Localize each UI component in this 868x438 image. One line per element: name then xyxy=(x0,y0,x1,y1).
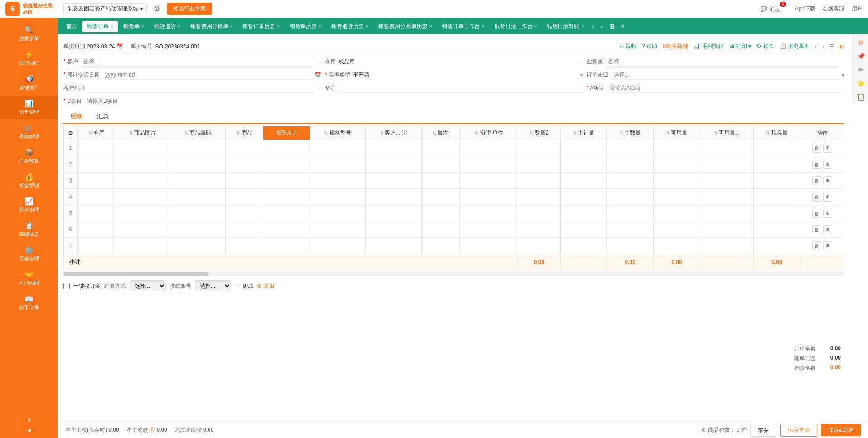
tab-sales-order[interactable]: 销售订单 × xyxy=(82,21,118,32)
row-3-customer-code[interactable] xyxy=(365,173,422,189)
industry-plan-button[interactable]: 体验行业方案 xyxy=(167,3,212,15)
view-toggle-next[interactable]: › xyxy=(822,43,824,50)
customer-address-input[interactable] xyxy=(88,83,315,93)
tab-detail[interactable]: 明细 xyxy=(63,110,90,124)
row-1-image[interactable] xyxy=(115,140,170,156)
expense-history-tab-close[interactable]: × xyxy=(429,24,432,29)
row-5-spec[interactable] xyxy=(310,205,365,221)
row-5-customer-code[interactable] xyxy=(365,205,422,221)
row-3-available[interactable] xyxy=(654,173,700,189)
nav-next-btn[interactable]: › xyxy=(598,21,606,32)
sidebar-item-guide[interactable]: 📖 新手引导 xyxy=(0,291,58,315)
nav-expand-btn[interactable]: ⊞ xyxy=(606,21,617,32)
order-history-tab-close[interactable]: × xyxy=(277,24,280,29)
col-settings[interactable]: ⚙ xyxy=(64,126,78,140)
a-project-input[interactable] xyxy=(607,83,844,93)
daily-reconcile-tab-close[interactable]: × xyxy=(581,24,584,29)
invoice-history-tab-close[interactable]: × xyxy=(319,24,321,29)
row-5-qty2[interactable] xyxy=(518,205,560,221)
sort-main-qty[interactable]: ⇅ xyxy=(620,130,623,135)
sort-qty2[interactable]: ⇅ xyxy=(529,130,533,135)
row-1-main-unit[interactable] xyxy=(560,140,607,156)
row-6-code[interactable] xyxy=(170,221,226,238)
row-1-product[interactable] xyxy=(225,140,263,156)
payment-more[interactable]: ··· xyxy=(235,283,239,289)
right-panel-doc-btn[interactable]: 📋 xyxy=(855,91,868,103)
tab-invoice-history[interactable]: 销货单历史 × xyxy=(285,21,326,32)
row-4-warehouse[interactable] xyxy=(78,189,115,205)
app-download-link[interactable]: App下载 xyxy=(795,5,815,13)
row-1-warehouse[interactable] xyxy=(78,140,115,156)
sales-return-tab-close[interactable]: × xyxy=(178,24,180,29)
order-source-dropdown[interactable]: ▾ xyxy=(842,72,844,78)
delivery-date-input[interactable] xyxy=(102,70,312,80)
row-1-main-qty[interactable] xyxy=(607,140,654,156)
add-payment-btn[interactable]: ⊕ 添加 xyxy=(257,282,274,290)
row-3-attr[interactable] xyxy=(422,173,459,189)
print-link[interactable]: 🖨 打印 ▾ xyxy=(729,43,752,50)
row-7-qty2[interactable] xyxy=(518,238,560,254)
save-draft-button[interactable]: 保存草稿 xyxy=(780,424,817,437)
nav-prev-btn[interactable]: ‹ xyxy=(589,21,597,32)
b-project-input[interactable] xyxy=(84,96,220,106)
sidebar-item-system[interactable]: ⚙️ 系统管理 xyxy=(0,242,58,266)
settings-icon[interactable]: ⚙ xyxy=(150,3,163,15)
row-5-available[interactable] xyxy=(654,205,700,221)
row-7-available[interactable] xyxy=(654,238,700,254)
row-6-main-qty[interactable] xyxy=(607,221,654,238)
sidebar-settings-btn[interactable]: ⚙ xyxy=(25,415,33,424)
row-6-available[interactable] xyxy=(654,221,700,238)
row-7-attr[interactable] xyxy=(422,238,459,254)
tab-return-history[interactable]: 销货退货历史 × xyxy=(327,21,373,32)
doc-date-value[interactable]: 2023-03-24 xyxy=(87,43,115,50)
row-7-warehouse[interactable] xyxy=(78,238,115,254)
row-7-customer-code[interactable] xyxy=(365,238,422,254)
row-1-unit[interactable] xyxy=(459,140,518,156)
row-5-current[interactable] xyxy=(754,205,800,221)
row-3-scan[interactable] xyxy=(263,173,310,189)
row-7-spec[interactable] xyxy=(310,238,365,254)
right-panel-star-btn[interactable]: ⭐ xyxy=(855,77,868,90)
row-6-customer-code[interactable] xyxy=(365,221,422,238)
sidebar-item-marketing[interactable]: 📢 营销推广 xyxy=(0,71,58,95)
tab-expense-split[interactable]: 销售费用分摊单 × xyxy=(186,21,238,32)
row-4-current[interactable] xyxy=(754,189,800,205)
sort-product[interactable]: ⇅ xyxy=(236,130,240,135)
table-scrollbar[interactable] xyxy=(63,272,844,276)
tab-sales-return[interactable]: 销货退货 × xyxy=(150,21,185,32)
row-3-product[interactable] xyxy=(225,173,263,189)
sidebar-item-purchase[interactable]: 🛒 采购管理 xyxy=(0,120,58,144)
row-3-copy-btn[interactable]: ⊕ xyxy=(823,176,832,185)
row-1-attr[interactable] xyxy=(422,140,459,156)
row-5-main-unit[interactable] xyxy=(560,205,607,221)
row-1-available2[interactable] xyxy=(700,140,754,156)
salesperson-more[interactable]: ··· xyxy=(841,59,844,64)
row-4-image[interactable] xyxy=(115,189,170,205)
order-workbench-tab-close[interactable]: × xyxy=(482,24,485,29)
row-6-spec[interactable] xyxy=(310,221,365,238)
row-6-product[interactable] xyxy=(225,221,263,238)
salesperson-input[interactable] xyxy=(606,57,838,67)
delivery-date-calendar-icon[interactable]: 📅 xyxy=(315,72,321,78)
row-3-main-unit[interactable] xyxy=(560,173,607,189)
nav-close-btn[interactable]: × xyxy=(618,21,627,32)
daily-workbench-tab-close[interactable]: × xyxy=(534,24,537,29)
sort-attr[interactable]: ⇅ xyxy=(432,130,436,135)
row-4-scan[interactable] xyxy=(263,189,310,205)
row-6-scan[interactable] xyxy=(263,221,310,238)
row-2-available2[interactable] xyxy=(700,156,754,173)
right-panel-pin-btn[interactable]: 📌 xyxy=(855,50,868,63)
row-5-image[interactable] xyxy=(115,205,170,221)
one-click-checkbox[interactable] xyxy=(63,283,70,289)
tab-daily-workbench[interactable]: 钱货日清工作台 × xyxy=(490,21,542,32)
row-3-delete-btn[interactable]: 🗑 xyxy=(812,176,821,185)
row-7-available2[interactable] xyxy=(700,238,754,254)
notifications-area[interactable]: 💬 消息 9 xyxy=(761,5,787,13)
sales-invoice-tab-close[interactable]: × xyxy=(141,24,144,29)
grid-view-btn[interactable]: ⊞ xyxy=(840,43,844,50)
tab-summary[interactable]: 汇总 xyxy=(90,110,116,123)
row-2-available[interactable] xyxy=(654,156,700,173)
sidebar-item-base[interactable]: 📋 基础信息 xyxy=(0,218,58,241)
row-4-code[interactable] xyxy=(170,189,226,205)
row-1-qty2[interactable] xyxy=(518,140,560,156)
